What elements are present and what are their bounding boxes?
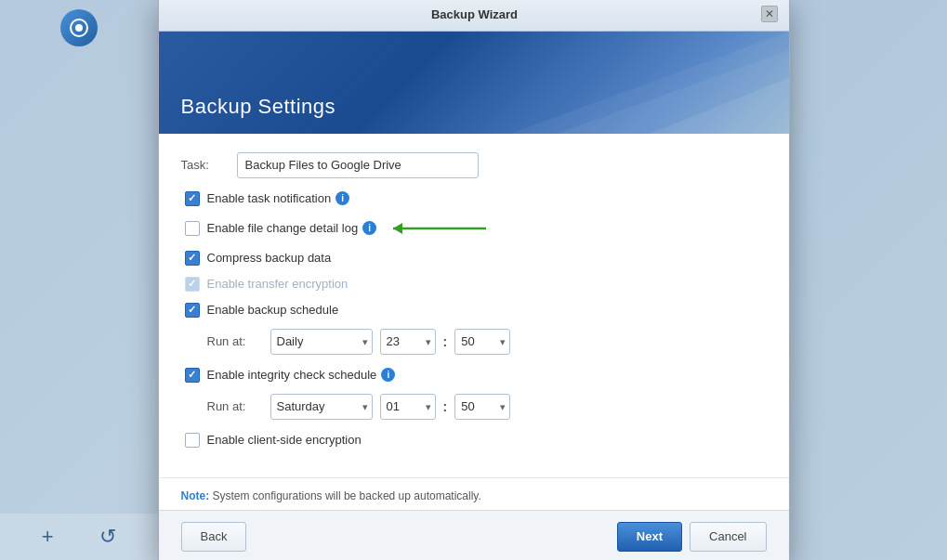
modal-footer: Back Next Cancel (159, 510, 789, 561)
note-text: System configurations will be backed up … (209, 489, 481, 502)
task-label: Task: (181, 158, 237, 172)
file-change-log-label: Enable file change detail log i (207, 221, 377, 235)
note-label: Note: (181, 489, 210, 502)
title-bar: Backup Wizard ✕ (159, 0, 789, 32)
integrity-minute-select[interactable]: 50 0005101520 253035404555 (454, 394, 510, 420)
close-button[interactable]: ✕ (761, 6, 778, 22)
integrity-check-info-icon[interactable]: i (381, 368, 395, 382)
integrity-day-select-wrapper: Saturday SundayMondayTuesday WednesdayTh… (270, 394, 373, 420)
backup-schedule-time-row: Run at: Daily Weekly Monthly 23 00010203… (181, 329, 767, 355)
transfer-encryption-checkbox[interactable] (185, 277, 200, 292)
colon-1: : (443, 334, 448, 349)
next-button[interactable]: Next (617, 522, 682, 552)
integrity-check-label: Enable integrity check schedule i (207, 368, 396, 382)
compress-backup-checkbox[interactable] (185, 251, 200, 266)
svg-marker-3 (393, 223, 402, 234)
dialog-title: Backup Wizard (189, 7, 761, 21)
colon-2: : (443, 399, 448, 414)
task-notification-checkbox[interactable] (185, 191, 200, 206)
client-encryption-checkbox[interactable] (185, 433, 200, 448)
backup-schedule-row: Enable backup schedule (181, 303, 767, 318)
file-change-log-checkbox[interactable] (185, 221, 200, 236)
task-notification-label: Enable task notification i (207, 191, 350, 205)
green-arrow-svg (384, 217, 495, 240)
note-section: Note: System configurations will be back… (159, 477, 789, 510)
integrity-minute-select-wrapper: 50 0005101520 253035404555 (454, 394, 510, 420)
task-row: Task: (181, 152, 767, 178)
modal-overlay: Backup Wizard ✕ Backup Settings Task: (0, 0, 947, 560)
backup-minute-select-wrapper: 50 0005101520 253035404555 (454, 329, 510, 355)
transfer-encryption-row: Enable transfer encryption (181, 277, 767, 292)
backup-wizard-dialog: Backup Wizard ✕ Backup Settings Task: (158, 0, 790, 560)
integrity-check-row: Enable integrity check schedule i (181, 368, 767, 383)
integrity-day-select[interactable]: Saturday SundayMondayTuesday WednesdayTh… (270, 394, 373, 420)
backup-day-select[interactable]: Daily Weekly Monthly (270, 329, 373, 355)
compress-backup-row: Compress backup data (181, 251, 767, 266)
task-input[interactable] (237, 152, 479, 178)
integrity-hour-select-wrapper: 01 0002030405 0607080910 1112131415 1617… (380, 394, 436, 420)
cancel-button[interactable]: Cancel (690, 522, 766, 552)
banner-title: Backup Settings (181, 95, 335, 119)
run-at-label-2: Run at: (207, 399, 263, 413)
compress-backup-label: Compress backup data (207, 251, 332, 265)
integrity-check-checkbox[interactable] (185, 368, 200, 383)
run-at-label-1: Run at: (207, 334, 263, 348)
file-change-log-info-icon[interactable]: i (362, 221, 376, 235)
integrity-hour-select[interactable]: 01 0002030405 0607080910 1112131415 1617… (380, 394, 436, 420)
modal-banner: Backup Settings (159, 32, 789, 134)
integrity-schedule-time-row: Run at: Saturday SundayMondayTuesday Wed… (181, 394, 767, 420)
task-notification-info-icon[interactable]: i (335, 191, 349, 205)
modal-content: Task: Enable task notification i Enable … (159, 134, 789, 477)
file-change-log-row: Enable file change detail log i (181, 217, 767, 240)
back-button[interactable]: Back (181, 522, 247, 552)
backup-hour-select-wrapper: 23 0001020304 0506070809 1011121314 1516… (380, 329, 436, 355)
right-buttons: Next Cancel (617, 522, 767, 552)
transfer-encryption-label: Enable transfer encryption (207, 277, 349, 291)
client-encryption-label: Enable client-side encryption (207, 433, 362, 447)
backup-day-select-wrapper: Daily Weekly Monthly (270, 329, 373, 355)
backup-minute-select[interactable]: 50 0005101520 253035404555 (454, 329, 510, 355)
backup-hour-select[interactable]: 23 0001020304 0506070809 1011121314 1516… (380, 329, 436, 355)
task-notification-row: Enable task notification i (181, 191, 767, 206)
client-encryption-row: Enable client-side encryption (181, 433, 767, 448)
arrow-annotation (384, 217, 495, 240)
backup-schedule-checkbox[interactable] (185, 303, 200, 318)
backup-schedule-label: Enable backup schedule (207, 303, 339, 317)
desktop: + ↺ Backup Wizard ✕ Backup Settings Task… (0, 0, 947, 560)
